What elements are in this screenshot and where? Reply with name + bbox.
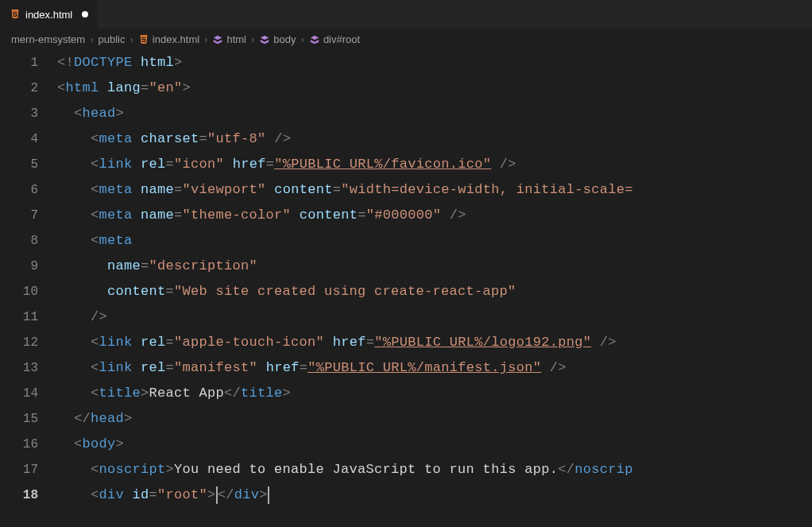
code-token: <	[91, 335, 99, 350]
code-token: =	[199, 131, 208, 146]
code-token: >	[174, 55, 183, 70]
file-html-icon	[10, 9, 21, 20]
code-token: =	[141, 258, 149, 273]
code-token: head	[83, 106, 116, 121]
code-token: <	[91, 462, 99, 477]
code-token: noscript	[99, 462, 166, 477]
code-token: title	[241, 386, 283, 401]
code-token	[133, 335, 141, 350]
code-line[interactable]: <div id="root"></div>	[57, 482, 812, 508]
code-token: id	[133, 487, 149, 502]
line-number: 15	[0, 406, 38, 432]
code-token: div	[99, 487, 125, 502]
code-line[interactable]: <noscript>You need to enable JavaScript …	[57, 457, 812, 482]
code-token: meta	[99, 207, 133, 223]
breadcrumb-label: mern-emsystem	[11, 33, 85, 45]
code-line[interactable]: />	[57, 304, 812, 330]
code-token: "root"	[157, 487, 207, 502]
code-token: head	[91, 411, 124, 426]
code-token: >	[207, 487, 216, 502]
code-token: =	[166, 157, 175, 172]
code-token	[133, 182, 141, 197]
breadcrumb-item[interactable]: body	[259, 33, 296, 45]
code-editor[interactable]: 123456789101112131415161718 <!DOCTYPE ht…	[0, 50, 812, 508]
code-line[interactable]: <link rel="icon" href="%PUBLIC_URL%/favi…	[57, 152, 812, 177]
code-token: href	[233, 157, 266, 172]
code-token: =	[141, 80, 149, 95]
breadcrumb-item[interactable]: public	[99, 33, 126, 45]
code-line[interactable]: <meta	[57, 228, 812, 254]
code-token: =	[166, 335, 175, 350]
code-token: =	[300, 360, 308, 375]
code-line[interactable]: <meta name="viewport" content="width=dev…	[57, 177, 812, 203]
code-line[interactable]: </head>	[57, 406, 812, 432]
line-number: 14	[0, 381, 38, 406]
code-token: React App	[149, 386, 225, 401]
tab-label: index.html	[25, 9, 72, 21]
code-line[interactable]: content="Web site created using create-r…	[57, 279, 812, 304]
code-content[interactable]: <!DOCTYPE html><html lang="en"> <head> <…	[57, 50, 812, 508]
code-token: You need to enable JavaScript to run thi…	[174, 462, 558, 477]
code-token: >	[166, 462, 175, 477]
breadcrumb-item[interactable]: index.html	[138, 33, 199, 45]
code-token: <	[91, 131, 99, 146]
code-token: />	[450, 207, 466, 223]
line-number: 18	[0, 482, 38, 508]
code-line[interactable]: <!DOCTYPE html>	[57, 50, 812, 76]
code-token	[266, 131, 275, 146]
code-token: "viewport"	[183, 182, 266, 197]
code-token: "manifest"	[174, 360, 257, 375]
line-number: 3	[0, 101, 38, 126]
line-number: 13	[0, 355, 38, 381]
code-token	[133, 360, 141, 375]
code-line[interactable]: <title>React App</title>	[57, 381, 812, 406]
code-line[interactable]: <body>	[57, 432, 812, 457]
code-token: body	[83, 436, 116, 451]
tab-index-html[interactable]: index.html	[0, 0, 98, 29]
code-token	[291, 207, 300, 223]
breadcrumb-item[interactable]: mern-emsystem	[11, 33, 85, 45]
chevron-right-icon: ›	[90, 33, 93, 45]
code-token: "icon"	[174, 157, 224, 172]
breadcrumb: mern-emsystem›public›index.html›html›bod…	[0, 29, 812, 50]
code-token: <	[74, 106, 83, 121]
code-token	[324, 335, 333, 350]
breadcrumb-label: html	[226, 33, 246, 45]
code-token: <	[91, 182, 99, 197]
code-line[interactable]: <meta name="theme-color" content="#00000…	[57, 203, 812, 228]
code-token: >	[183, 80, 191, 95]
code-token	[266, 182, 275, 197]
code-line[interactable]: <link rel="manifest" href="%PUBLIC_URL%/…	[57, 355, 812, 381]
code-token: =	[366, 335, 375, 350]
symbol-icon	[309, 34, 320, 45]
code-token: =	[174, 207, 183, 223]
line-number: 7	[0, 203, 38, 228]
code-line[interactable]: name="description"	[57, 254, 812, 279]
code-token: >	[116, 106, 125, 121]
code-token: "description"	[149, 258, 258, 273]
cursor-indicator	[268, 486, 269, 504]
code-token	[591, 335, 600, 350]
code-line[interactable]: <html lang="en">	[57, 76, 812, 101]
breadcrumb-item[interactable]: div#root	[309, 33, 360, 45]
breadcrumb-label: index.html	[153, 33, 199, 45]
code-token: href	[266, 360, 300, 375]
code-token: "apple-touch-icon"	[174, 335, 324, 350]
breadcrumb-item[interactable]: html	[212, 33, 246, 45]
code-line[interactable]: <meta charset="utf-8" />	[57, 126, 812, 152]
code-token: </	[224, 386, 241, 401]
code-token	[491, 157, 500, 172]
code-token: =	[166, 360, 175, 375]
code-token: </	[218, 487, 234, 502]
chevron-right-icon: ›	[130, 33, 133, 45]
code-token: <	[91, 386, 99, 401]
line-number: 12	[0, 330, 38, 355]
line-number: 9	[0, 254, 38, 279]
code-token: <	[91, 157, 99, 172]
code-token: >	[259, 487, 268, 502]
code-token: DOCTYPE	[74, 55, 133, 70]
code-line[interactable]: <head>	[57, 101, 812, 126]
code-token: <	[91, 360, 99, 375]
code-token: link	[99, 157, 133, 172]
code-line[interactable]: <link rel="apple-touch-icon" href="%PUBL…	[57, 330, 812, 355]
